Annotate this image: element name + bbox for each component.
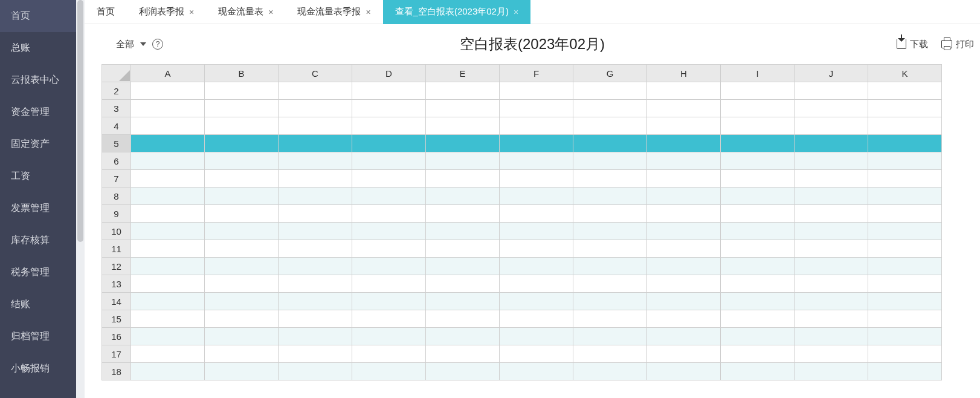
- cell-K15[interactable]: [868, 310, 942, 328]
- cell-I3[interactable]: [721, 100, 795, 117]
- cell-A18[interactable]: [131, 363, 205, 380]
- cell-K11[interactable]: [868, 240, 942, 258]
- cell-D9[interactable]: [352, 205, 426, 223]
- sidebar-item-2[interactable]: 云报表中心: [0, 64, 76, 96]
- row-header-6[interactable]: 6: [102, 152, 131, 170]
- cell-E2[interactable]: [426, 82, 500, 100]
- cell-B6[interactable]: [205, 152, 279, 170]
- cell-D7[interactable]: [352, 170, 426, 188]
- cell-G11[interactable]: [573, 240, 647, 258]
- cell-K16[interactable]: [868, 328, 942, 345]
- row-header-2[interactable]: 2: [102, 82, 131, 100]
- cell-D14[interactable]: [352, 293, 426, 310]
- cell-G15[interactable]: [573, 310, 647, 328]
- row-header-18[interactable]: 18: [102, 363, 131, 380]
- cell-C6[interactable]: [279, 152, 352, 170]
- cell-D5[interactable]: [352, 135, 426, 152]
- row-header-7[interactable]: 7: [102, 170, 131, 188]
- cell-E4[interactable]: [426, 117, 500, 135]
- cell-J14[interactable]: [795, 293, 868, 310]
- cell-H16[interactable]: [647, 328, 721, 345]
- cell-J6[interactable]: [795, 152, 868, 170]
- cell-I2[interactable]: [721, 82, 795, 100]
- cell-H2[interactable]: [647, 82, 721, 100]
- column-header-E[interactable]: E: [426, 65, 500, 82]
- cell-I10[interactable]: [721, 223, 795, 240]
- cell-D17[interactable]: [352, 345, 426, 363]
- cell-C17[interactable]: [279, 345, 352, 363]
- cell-K18[interactable]: [868, 363, 942, 380]
- cell-H11[interactable]: [647, 240, 721, 258]
- cell-D6[interactable]: [352, 152, 426, 170]
- cell-A15[interactable]: [131, 310, 205, 328]
- cell-A2[interactable]: [131, 82, 205, 100]
- sidebar-item-1[interactable]: 总账: [0, 32, 76, 64]
- cell-G18[interactable]: [573, 363, 647, 380]
- cell-G14[interactable]: [573, 293, 647, 310]
- cell-K8[interactable]: [868, 188, 942, 205]
- cell-K7[interactable]: [868, 170, 942, 188]
- row-header-15[interactable]: 15: [102, 310, 131, 328]
- cell-B7[interactable]: [205, 170, 279, 188]
- cell-E10[interactable]: [426, 223, 500, 240]
- cell-E6[interactable]: [426, 152, 500, 170]
- cell-J10[interactable]: [795, 223, 868, 240]
- cell-A8[interactable]: [131, 188, 205, 205]
- cell-G5[interactable]: [573, 135, 647, 152]
- cell-H3[interactable]: [647, 100, 721, 117]
- cell-K10[interactable]: [868, 223, 942, 240]
- cell-J5[interactable]: [795, 135, 868, 152]
- cell-B3[interactable]: [205, 100, 279, 117]
- cell-F9[interactable]: [500, 205, 573, 223]
- cell-A5[interactable]: [131, 135, 205, 152]
- cell-G7[interactable]: [573, 170, 647, 188]
- cell-A12[interactable]: [131, 258, 205, 275]
- cell-G9[interactable]: [573, 205, 647, 223]
- cell-F15[interactable]: [500, 310, 573, 328]
- cell-I4[interactable]: [721, 117, 795, 135]
- close-icon[interactable]: ×: [366, 7, 370, 17]
- cell-H9[interactable]: [647, 205, 721, 223]
- cell-K13[interactable]: [868, 275, 942, 293]
- cell-H15[interactable]: [647, 310, 721, 328]
- cell-J3[interactable]: [795, 100, 868, 117]
- cell-A7[interactable]: [131, 170, 205, 188]
- cell-H18[interactable]: [647, 363, 721, 380]
- sidebar-item-11[interactable]: 小畅报销: [0, 353, 76, 385]
- cell-J4[interactable]: [795, 117, 868, 135]
- cell-K6[interactable]: [868, 152, 942, 170]
- cell-I16[interactable]: [721, 328, 795, 345]
- cell-C5[interactable]: [279, 135, 352, 152]
- cell-A17[interactable]: [131, 345, 205, 363]
- cell-D13[interactable]: [352, 275, 426, 293]
- download-button[interactable]: 下载: [897, 39, 928, 50]
- cell-J18[interactable]: [795, 363, 868, 380]
- sidebar-item-9[interactable]: 结账: [0, 289, 76, 321]
- column-header-J[interactable]: J: [795, 65, 868, 82]
- cell-A10[interactable]: [131, 223, 205, 240]
- cell-B17[interactable]: [205, 345, 279, 363]
- cell-C2[interactable]: [279, 82, 352, 100]
- cell-F16[interactable]: [500, 328, 573, 345]
- cell-F10[interactable]: [500, 223, 573, 240]
- cell-B16[interactable]: [205, 328, 279, 345]
- cell-D15[interactable]: [352, 310, 426, 328]
- spreadsheet[interactable]: ABCDEFGHIJK23456789101112131415161718: [102, 64, 980, 398]
- row-header-3[interactable]: 3: [102, 100, 131, 117]
- cell-K17[interactable]: [868, 345, 942, 363]
- row-header-8[interactable]: 8: [102, 188, 131, 205]
- cell-G16[interactable]: [573, 328, 647, 345]
- cell-J17[interactable]: [795, 345, 868, 363]
- print-button[interactable]: 打印: [941, 39, 974, 50]
- cell-B12[interactable]: [205, 258, 279, 275]
- cell-D3[interactable]: [352, 100, 426, 117]
- cell-H13[interactable]: [647, 275, 721, 293]
- cell-I9[interactable]: [721, 205, 795, 223]
- cell-H17[interactable]: [647, 345, 721, 363]
- cell-B5[interactable]: [205, 135, 279, 152]
- sidebar-item-8[interactable]: 税务管理: [0, 256, 76, 289]
- cell-E8[interactable]: [426, 188, 500, 205]
- column-header-H[interactable]: H: [647, 65, 721, 82]
- cell-C10[interactable]: [279, 223, 352, 240]
- cell-G10[interactable]: [573, 223, 647, 240]
